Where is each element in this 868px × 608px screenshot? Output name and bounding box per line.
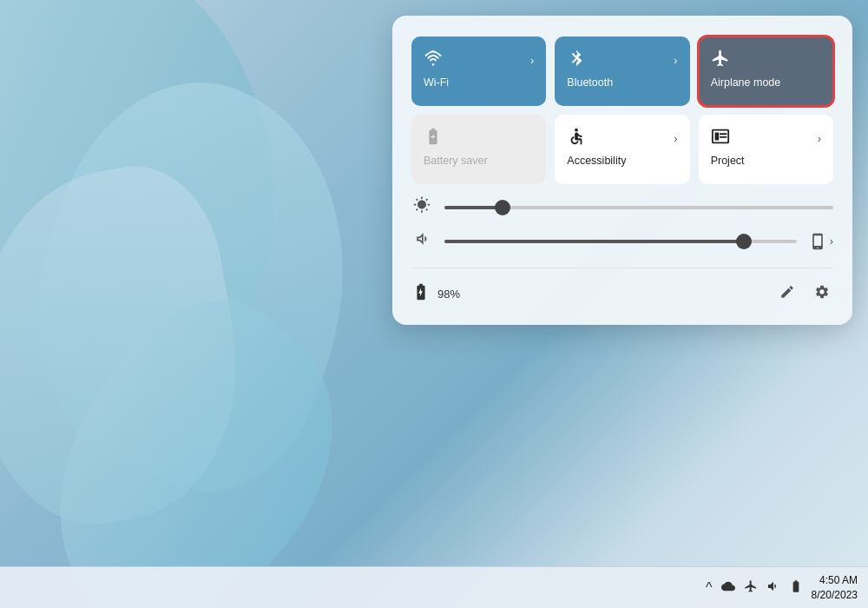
- accessibility-tile[interactable]: › Accessibility: [555, 115, 689, 184]
- toggle-grid: › Wi-Fi › Bluetooth: [411, 36, 833, 184]
- taskbar: ^ 4:50 AM 8/20/2023: [0, 566, 868, 608]
- edit-button[interactable]: [776, 281, 799, 307]
- taskbar-airplane-icon[interactable]: [744, 579, 758, 597]
- battery-percent: 98%: [437, 287, 460, 301]
- taskbar-cloud-icon[interactable]: [721, 579, 735, 597]
- taskbar-date: 8/20/2023: [812, 588, 858, 603]
- battery-info: 98%: [411, 282, 460, 306]
- project-label: Project: [699, 155, 757, 177]
- taskbar-clock[interactable]: 4:50 AM 8/20/2023: [812, 573, 858, 603]
- volume-icon: [411, 230, 432, 252]
- airplane-icon: [711, 49, 730, 71]
- bluetooth-chevron: ›: [674, 54, 677, 67]
- bluetooth-icon: [567, 49, 586, 71]
- volume-track[interactable]: [444, 240, 797, 243]
- brightness-thumb[interactable]: [495, 200, 510, 215]
- accessibility-label: Accessibility: [555, 155, 638, 177]
- bluetooth-tile[interactable]: › Bluetooth: [555, 36, 689, 106]
- taskbar-battery-icon[interactable]: [789, 579, 803, 597]
- bluetooth-label: Bluetooth: [555, 76, 625, 99]
- taskbar-volume-icon[interactable]: [766, 579, 780, 597]
- quick-settings-panel: › Wi-Fi › Bluetooth: [392, 16, 852, 325]
- wifi-tile[interactable]: › Wi-Fi: [411, 36, 546, 106]
- battery-saver-icon: [424, 127, 443, 149]
- quick-settings-footer: 98%: [411, 268, 833, 307]
- volume-device-icon[interactable]: ›: [809, 233, 833, 250]
- accessibility-chevron: ›: [674, 132, 677, 145]
- wifi-chevron: ›: [530, 54, 534, 67]
- brightness-icon: [411, 196, 432, 218]
- battery-icon: [411, 282, 431, 306]
- volume-slider-row: ›: [411, 230, 833, 252]
- footer-actions: [776, 281, 833, 307]
- taskbar-system-icons: ^: [706, 579, 803, 597]
- accessibility-icon: [567, 127, 586, 149]
- project-tile[interactable]: › Project: [699, 115, 833, 184]
- battery-saver-tile[interactable]: Battery saver: [411, 115, 546, 184]
- taskbar-chevron-icon[interactable]: ^: [706, 580, 713, 596]
- airplane-tile[interactable]: Airplane mode: [699, 36, 833, 106]
- brightness-track[interactable]: [444, 206, 833, 209]
- project-chevron: ›: [818, 132, 821, 145]
- battery-saver-label: Battery saver: [411, 155, 500, 177]
- wifi-icon: [424, 49, 443, 71]
- project-icon: [711, 127, 730, 149]
- settings-button[interactable]: [811, 281, 833, 307]
- brightness-slider-row: [411, 196, 833, 218]
- svg-point-0: [575, 129, 578, 132]
- airplane-label: Airplane mode: [699, 76, 793, 99]
- taskbar-time: 4:50 AM: [812, 573, 858, 588]
- volume-thumb[interactable]: [736, 234, 752, 249]
- wifi-label: Wi-Fi: [411, 76, 461, 99]
